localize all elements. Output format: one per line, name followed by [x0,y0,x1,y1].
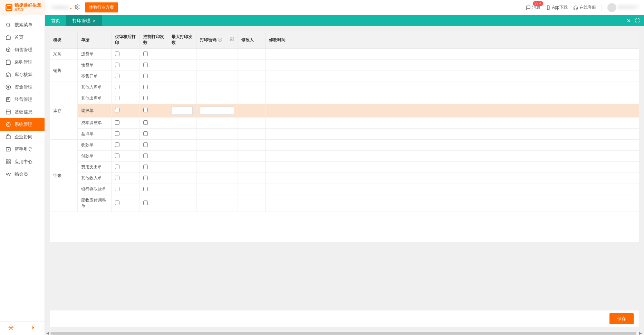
control-cell [140,93,168,104]
audit-checkbox[interactable] [115,108,119,112]
online-service-button[interactable]: 在线客服 [573,4,596,10]
audit-checkbox[interactable] [115,201,119,205]
audit-checkbox[interactable] [115,52,119,56]
org-selector[interactable]: 示例组织 [51,4,69,11]
audit-checkbox[interactable] [115,153,119,158]
gear-icon[interactable] [75,4,80,11]
sidebar-item-business[interactable]: 经营管理 [0,93,45,106]
scroll-left-icon[interactable]: ◀ [46,331,50,335]
edit-icon[interactable] [230,37,234,42]
control-checkbox[interactable] [143,108,148,112]
sidebar-item-member[interactable]: 畅会员 [0,168,45,180]
close-all-tabs-icon[interactable]: ✕ [627,18,631,24]
table-row[interactable]: 采购进货单 [50,49,639,60]
control-checkbox[interactable] [143,187,148,191]
tab-首页[interactable]: 首页 [45,15,66,26]
control-checkbox[interactable] [143,52,148,56]
sidebar-item-guide[interactable]: 新手引导 [0,143,45,156]
chevron-down-icon[interactable]: ⌄ [69,5,73,10]
control-checkbox[interactable] [143,96,148,100]
control-checkbox[interactable] [143,201,148,205]
member-icon [6,171,11,177]
phone-icon [546,5,551,10]
user-menu[interactable]: 管理员用户 [607,3,638,12]
table-row[interactable]: 库存其他入库单 [50,82,639,93]
sidebar-item-coop[interactable]: 企业协同 [0,131,45,143]
table-row[interactable]: 盘点单 [50,129,639,140]
scroll-right-icon[interactable]: ▶ [639,331,643,335]
control-checkbox[interactable] [143,165,148,169]
control-cell [140,49,168,60]
table-row[interactable]: 付款单 [50,151,639,162]
password-input[interactable] [200,106,234,115]
control-cell [140,162,168,173]
modifier-cell [238,93,265,104]
sidebar-item-label: 基础信息 [15,109,32,115]
mod-time-cell [265,173,639,184]
table-row[interactable]: 调拨单 [50,104,639,118]
audit-checkbox[interactable] [115,142,119,147]
control-checkbox[interactable] [143,63,148,67]
control-cell [140,129,168,140]
sidebar-item-label: 销售管理 [15,47,32,53]
audit-checkbox[interactable] [115,120,119,125]
fullscreen-icon[interactable] [635,18,640,24]
horizontal-scrollbar[interactable]: ◀ ▶ [50,332,639,335]
sidebar-item-apps[interactable]: 应用中心 [0,156,45,168]
sidebar-item-home[interactable]: 首页 [0,31,45,44]
sidebar-item-funds[interactable]: 资金管理 [0,81,45,93]
modifier-cell [238,82,265,93]
control-checkbox[interactable] [143,120,148,125]
divider [602,4,602,11]
sidebar-item-system[interactable]: 系统管理 [0,118,45,131]
mod-time-cell [265,82,639,93]
logo[interactable]: 畅捷通好生意 精易版 [0,0,45,15]
table-row[interactable]: 零售开单 [50,71,639,82]
table-row[interactable]: 其他收入单 [50,173,639,184]
sidebar-item-search[interactable]: 搜索菜单 [0,19,45,31]
max-count-input[interactable] [172,106,193,115]
control-checkbox[interactable] [143,74,148,78]
app-download-label: App下载 [552,4,568,10]
audit-checkbox[interactable] [115,74,119,78]
settings-icon[interactable] [8,325,14,332]
max-cell [168,151,196,162]
table-row[interactable]: 成本调整单 [50,118,639,129]
audit-checkbox[interactable] [115,187,119,191]
control-checkbox[interactable] [143,176,148,180]
table-row[interactable]: 其他出库单 [50,93,639,104]
audit-checkbox[interactable] [115,96,119,100]
sidebar-item-basic[interactable]: 基础信息 [0,106,45,118]
table-row[interactable]: 费用支出单 [50,162,639,173]
audit-checkbox[interactable] [115,165,119,169]
doc-cell: 盘点单 [77,129,111,140]
audit-cell [111,71,140,82]
control-checkbox[interactable] [143,85,148,89]
control-checkbox[interactable] [143,142,148,147]
table-row[interactable]: 往来收款单 [50,140,639,151]
sidebar-item-purchase[interactable]: 采购管理 [0,56,45,68]
doc-cell: 成本调整单 [77,118,111,129]
table-row[interactable]: 销售销货单 [50,60,639,71]
collapse-icon[interactable] [31,325,36,332]
save-button[interactable]: 保存 [609,313,634,324]
help-icon[interactable]: ? [218,38,222,42]
audit-checkbox[interactable] [115,131,119,136]
tab-close-icon[interactable]: ✕ [93,19,96,23]
audit-checkbox[interactable] [115,176,119,180]
app-download-button[interactable]: App下载 [546,4,568,10]
tab-打印管理[interactable]: 打印管理✕ [66,15,102,26]
table-row[interactable]: 应收应付调整单 [50,195,639,212]
audit-checkbox[interactable] [115,63,119,67]
audit-checkbox[interactable] [115,85,119,89]
control-checkbox[interactable] [143,153,148,158]
sidebar-item-sales[interactable]: 销售管理 [0,44,45,56]
sidebar-item-stock[interactable]: 库存核算 [0,68,45,81]
th-password: 打印密码 ? [196,31,238,49]
audit-cell [111,195,140,212]
industry-plan-button[interactable]: 体验行业方案 [85,2,118,12]
logo-subtitle: 精易版 [15,8,41,12]
control-checkbox[interactable] [143,131,148,136]
table-row[interactable]: 银行存取款单 [50,184,639,195]
messages-button[interactable]: 消息 99 + [526,4,540,10]
